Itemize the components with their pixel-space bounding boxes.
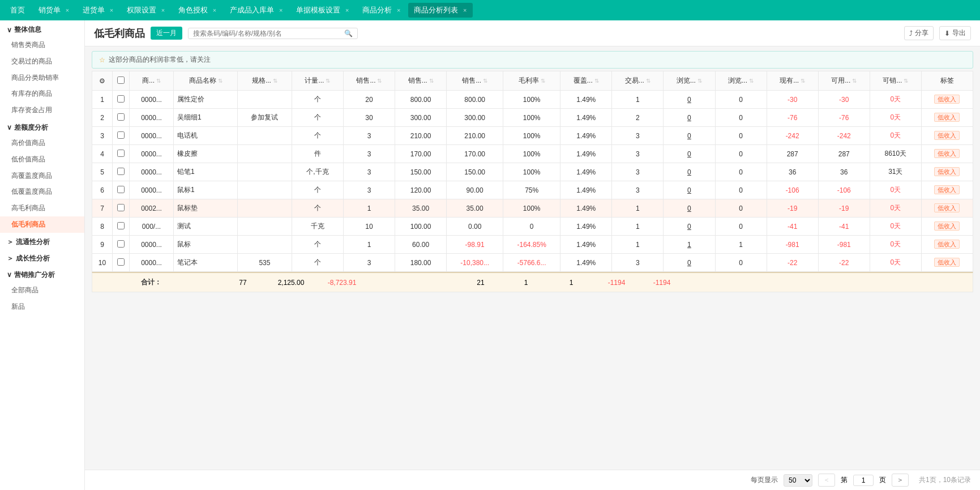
col-saleable[interactable]: 可销...⇅ [870, 71, 921, 91]
sort-icon-available[interactable]: ⇅ [852, 78, 857, 84]
col-checkbox[interactable] [113, 71, 130, 91]
nav-home[interactable]: 首页 [5, 3, 31, 18]
row-select-checkbox[interactable] [117, 204, 125, 211]
sort-icon-trade[interactable]: ⇅ [646, 78, 651, 84]
browse1-link[interactable]: 0 [687, 259, 691, 267]
sort-icon-spec[interactable]: ⇅ [273, 78, 277, 84]
sidebar-item-stock-goods[interactable]: 有库存的商品 [0, 86, 84, 102]
nav-analysis-list-close[interactable]: × [463, 7, 467, 14]
sidebar-item-high-margin[interactable]: 高毛利商品 [0, 200, 84, 216]
col-code[interactable]: 商...⇅ [130, 71, 174, 91]
sidebar-item-new-goods[interactable]: 新品 [0, 299, 84, 315]
next-page-button[interactable]: ＞ [892, 474, 909, 487]
row-select-checkbox[interactable] [117, 222, 125, 229]
nav-analysis-list[interactable]: 商品分析列表 × [408, 3, 472, 18]
browse1-link[interactable]: 0 [687, 186, 691, 194]
row-name[interactable]: 鼠标1 [174, 181, 238, 199]
col-gross-margin[interactable]: 毛利率⇅ [503, 71, 560, 91]
sort-icon-name[interactable]: ⇅ [218, 78, 222, 84]
row-checkbox[interactable] [113, 163, 130, 181]
row-select-checkbox[interactable] [117, 168, 125, 175]
col-sales-amount[interactable]: 销售...⇅ [447, 71, 503, 91]
col-tag[interactable]: 标签 [921, 71, 973, 91]
nav-product-entry[interactable]: 产成品入库单 × [224, 3, 288, 18]
nav-template[interactable]: 单据模板设置 × [290, 3, 354, 18]
row-browse1[interactable]: 0 [664, 181, 715, 199]
col-unit[interactable]: 计量...⇅ [292, 71, 343, 91]
col-sales-qty[interactable]: 销售...⇅ [343, 71, 395, 91]
row-browse1[interactable]: 0 [664, 199, 715, 218]
date-filter-button[interactable]: 近一月 [151, 27, 182, 40]
sidebar-item-low-value[interactable]: 低价值商品 [0, 151, 84, 168]
row-checkbox[interactable] [113, 254, 130, 272]
col-settings[interactable]: ⚙ [92, 71, 113, 91]
browse1-link[interactable]: 1 [687, 241, 691, 249]
nav-analysis-close[interactable]: × [397, 7, 400, 14]
nav-permissions[interactable]: 权限设置 × [121, 3, 170, 18]
row-checkbox[interactable] [113, 145, 130, 163]
row-select-checkbox[interactable] [117, 240, 125, 248]
sidebar-item-category-rate[interactable]: 商品分类助销率 [0, 70, 84, 86]
browse1-link[interactable]: 0 [687, 204, 691, 212]
row-browse1[interactable]: 0 [664, 218, 715, 236]
sidebar-group-overall[interactable]: ∨ 整体信息 [0, 20, 84, 37]
row-name[interactable]: 电话机 [174, 127, 238, 145]
row-select-checkbox[interactable] [117, 186, 125, 193]
nav-role-auth[interactable]: 角色授权 × [173, 3, 222, 18]
sort-icon-margin[interactable]: ⇅ [541, 78, 545, 84]
row-browse1[interactable]: 0 [664, 254, 715, 272]
row-browse1[interactable]: 0 [664, 109, 715, 127]
browse1-link[interactable]: 0 [687, 168, 691, 176]
sort-icon-browse1[interactable]: ⇅ [697, 78, 702, 84]
nav-analysis[interactable]: 商品分析 × [357, 3, 406, 18]
browse1-link[interactable]: 0 [687, 150, 691, 158]
sort-icon-coverage[interactable]: ⇅ [594, 78, 599, 84]
col-name[interactable]: 商品名称⇅ [174, 71, 238, 91]
row-name[interactable]: 鼠标 [174, 236, 238, 254]
search-icon[interactable]: 🔍 [344, 29, 353, 37]
page-size-select[interactable]: 50 100 200 [784, 474, 812, 487]
col-available[interactable]: 可用...⇅ [818, 71, 870, 91]
row-checkbox[interactable] [113, 218, 130, 236]
sidebar-item-traded-goods[interactable]: 交易过的商品 [0, 53, 84, 70]
nav-purchase[interactable]: 进货单 × [77, 3, 119, 18]
row-select-checkbox[interactable] [117, 150, 125, 157]
nav-sales[interactable]: 销货单 × [33, 3, 75, 18]
sort-icon-qty[interactable]: ⇅ [377, 78, 382, 84]
row-checkbox[interactable] [113, 127, 130, 145]
sort-icon-amount[interactable]: ⇅ [483, 78, 487, 84]
settings-icon[interactable]: ⚙ [99, 77, 105, 85]
row-name[interactable]: 属性定价 [174, 91, 238, 109]
sidebar-item-stock-capital[interactable]: 库存资金占用 [0, 102, 84, 118]
col-browse2[interactable]: 浏览...⇅ [715, 71, 767, 91]
sort-icon-code[interactable]: ⇅ [156, 78, 161, 84]
row-name[interactable]: 铅笔1 [174, 163, 238, 181]
sort-icon-price[interactable]: ⇅ [429, 78, 434, 84]
row-browse1[interactable]: 1 [664, 236, 715, 254]
row-name[interactable]: 橡皮擦 [174, 145, 238, 163]
sidebar-item-sales-goods[interactable]: 销售类商品 [0, 37, 84, 53]
nav-purchase-close[interactable]: × [110, 7, 113, 14]
sort-icon-browse2[interactable]: ⇅ [749, 78, 754, 84]
row-checkbox[interactable] [113, 199, 130, 218]
row-browse1[interactable]: 0 [664, 91, 715, 109]
browse1-link[interactable]: 0 [687, 223, 691, 231]
row-browse1[interactable]: 0 [664, 145, 715, 163]
sidebar-group-growth[interactable]: ＞ 成长性分析 [0, 249, 84, 266]
row-select-checkbox[interactable] [117, 113, 125, 121]
col-sales-price[interactable]: 销售...⇅ [395, 71, 447, 91]
nav-permissions-close[interactable]: × [161, 7, 165, 14]
col-browse1[interactable]: 浏览...⇅ [664, 71, 715, 91]
sidebar-group-margin[interactable]: ∨ 差额度分析 [0, 118, 84, 135]
sort-icon-current[interactable]: ⇅ [801, 78, 805, 84]
col-current[interactable]: 现有...⇅ [767, 71, 818, 91]
nav-product-close[interactable]: × [279, 7, 283, 14]
search-input[interactable] [193, 29, 342, 37]
sidebar-item-low-margin[interactable]: 低毛利商品 [0, 216, 84, 233]
row-select-checkbox[interactable] [117, 131, 125, 139]
row-checkbox[interactable] [113, 109, 130, 127]
sidebar-item-high-value[interactable]: 高价值商品 [0, 135, 84, 151]
row-checkbox[interactable] [113, 181, 130, 199]
row-select-checkbox[interactable] [117, 258, 125, 266]
page-number-input[interactable] [853, 475, 874, 486]
